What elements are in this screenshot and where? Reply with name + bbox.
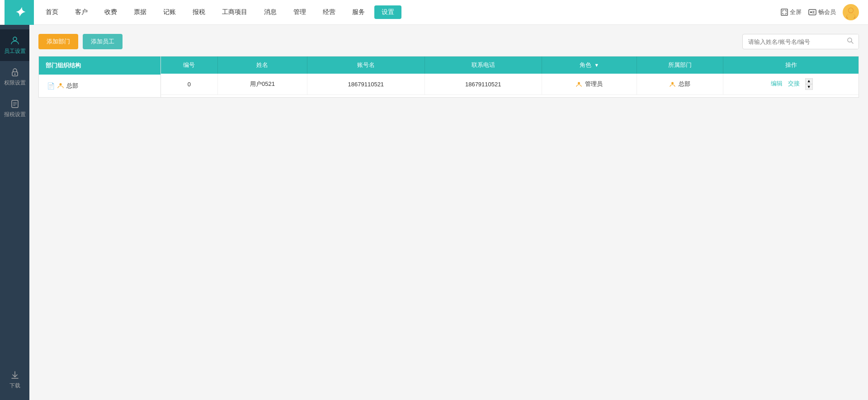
svg-point-5: [849, 8, 853, 13]
sidebar-item-tax-label: 报税设置: [4, 111, 26, 118]
cell-phone: 18679110521: [425, 74, 542, 95]
emp-table: 编号 姓名 账号名 联系电话 角色 ▼ 所属部门 操作: [161, 56, 859, 97]
search-input[interactable]: [743, 36, 842, 48]
logo-icon: ✦: [14, 5, 24, 20]
cell-id: 0: [161, 74, 217, 95]
cell-dept: 总部: [637, 74, 723, 95]
nav-item-tax[interactable]: 报税: [185, 5, 212, 19]
col-header-phone: 联系电话: [425, 56, 542, 74]
download-icon: [10, 370, 20, 380]
edit-button[interactable]: 编辑: [771, 80, 783, 87]
transfer-button[interactable]: 交接: [788, 80, 800, 87]
vip-button[interactable]: 畅会员: [808, 8, 836, 16]
toolbar: 添加部门 添加员工: [38, 34, 859, 49]
nav-item-message[interactable]: 消息: [257, 5, 284, 19]
person-settings-icon: [10, 36, 20, 46]
sidebar-item-download-label: 下载: [9, 382, 20, 390]
cell-name: 用户0521: [217, 74, 307, 95]
avatar-icon: [844, 6, 857, 19]
lock-settings-icon: [10, 67, 20, 77]
col-header-ops: 操作: [723, 56, 859, 74]
content-area: 添加部门 添加员工 部门组织结构 📄: [29, 25, 868, 400]
svg-point-14: [671, 82, 674, 85]
dept-tree: 部门组织结构 📄 总部: [39, 56, 161, 97]
nav-item-settings[interactable]: 设置: [374, 5, 401, 19]
sidebar-item-permissions[interactable]: 权限设置: [0, 61, 29, 93]
scroll-down-button[interactable]: ▼: [805, 84, 813, 90]
cell-role: 管理员: [542, 74, 637, 95]
sidebar-item-download[interactable]: 下载: [0, 364, 29, 395]
main-layout: 员工设置 权限设置 报税设置 下载: [0, 25, 868, 400]
col-header-account: 账号名: [307, 56, 425, 74]
cell-account: 18679110521: [307, 74, 425, 95]
table-area: 部门组织结构 📄 总部: [38, 56, 859, 98]
dept-tree-header: 部门组织结构: [39, 56, 160, 75]
role-person-icon: [576, 81, 582, 87]
nav-item-fee[interactable]: 收费: [97, 5, 124, 19]
dept-person-icon: [57, 82, 64, 90]
dept-tree-item-label: 总部: [66, 82, 78, 90]
nav-item-bill[interactable]: 票据: [127, 5, 154, 19]
nav-item-manage[interactable]: 管理: [286, 5, 313, 19]
role-icon: [576, 80, 584, 87]
svg-rect-0: [781, 9, 788, 15]
sidebar-item-permissions-label: 权限设置: [4, 79, 26, 87]
logo-area: ✦: [5, 0, 34, 25]
table-row: 0 用户0521 18679110521 18679110521: [161, 74, 859, 95]
svg-point-9: [14, 73, 15, 75]
avatar[interactable]: [843, 4, 859, 20]
nav-item-operate[interactable]: 经营: [316, 5, 343, 19]
nav-item-business[interactable]: 工商项目: [215, 5, 255, 19]
sidebar-item-employee-label: 员工设置: [4, 47, 26, 55]
vip-label: 畅会员: [818, 8, 836, 16]
svg-point-12: [60, 83, 62, 85]
file-icon: 📄: [47, 82, 55, 89]
person-icon: [57, 82, 64, 89]
dept-icon: [670, 80, 677, 87]
add-emp-button[interactable]: 添加员工: [83, 34, 123, 49]
nav-item-home[interactable]: 首页: [38, 5, 66, 19]
dept-tree-content: 📄 总部: [39, 75, 160, 97]
cell-dept-label: 总部: [679, 80, 690, 87]
nav-item-customer[interactable]: 客户: [68, 5, 95, 19]
nav-item-accounting[interactable]: 记账: [156, 5, 183, 19]
filter-icon: ▼: [594, 62, 599, 68]
sidebar: 员工设置 权限设置 报税设置 下载: [0, 25, 29, 400]
svg-point-13: [578, 82, 580, 85]
col-header-dept: 所属部门: [637, 56, 723, 74]
dept-tree-item-hq[interactable]: 📄 总部: [43, 79, 156, 93]
svg-point-2: [810, 11, 812, 13]
search-box: [742, 34, 859, 49]
col-header-name: 姓名: [217, 56, 307, 74]
svg-point-7: [13, 37, 17, 41]
nav-item-service[interactable]: 服务: [345, 5, 372, 19]
cell-role-label: 管理员: [585, 80, 603, 87]
col-header-role-label: 角色: [580, 61, 591, 68]
col-header-role[interactable]: 角色 ▼: [542, 56, 637, 74]
fullscreen-button[interactable]: 全屏: [781, 8, 802, 16]
table-header-row: 编号 姓名 账号名 联系电话 角色 ▼ 所属部门 操作: [161, 56, 859, 74]
nav-items: 首页 客户 收费 票据 记账 报税 工商项目 消息 管理 经营 服务 设置: [38, 5, 781, 19]
tax-settings-icon: [10, 99, 20, 109]
fullscreen-icon: [781, 9, 788, 16]
search-button[interactable]: [842, 34, 859, 49]
fullscreen-label: 全屏: [790, 8, 802, 16]
col-header-id: 编号: [161, 56, 217, 74]
add-dept-button[interactable]: 添加部门: [38, 34, 78, 49]
sidebar-item-tax-settings[interactable]: 报税设置: [0, 93, 29, 124]
cell-ops: 编辑 交接 ▲ ▼: [723, 74, 859, 95]
vip-icon: [808, 9, 816, 15]
nav-right: 全屏 畅会员: [781, 4, 859, 20]
top-navigation: ✦ 首页 客户 收费 票据 记账 报税 工商项目 消息 管理 经营 服务 设置 …: [0, 0, 868, 25]
dept-person-icon: [670, 81, 675, 87]
sidebar-item-employee[interactable]: 员工设置: [0, 29, 29, 61]
search-icon: [847, 37, 854, 44]
scroll-up-button[interactable]: ▲: [805, 78, 813, 84]
